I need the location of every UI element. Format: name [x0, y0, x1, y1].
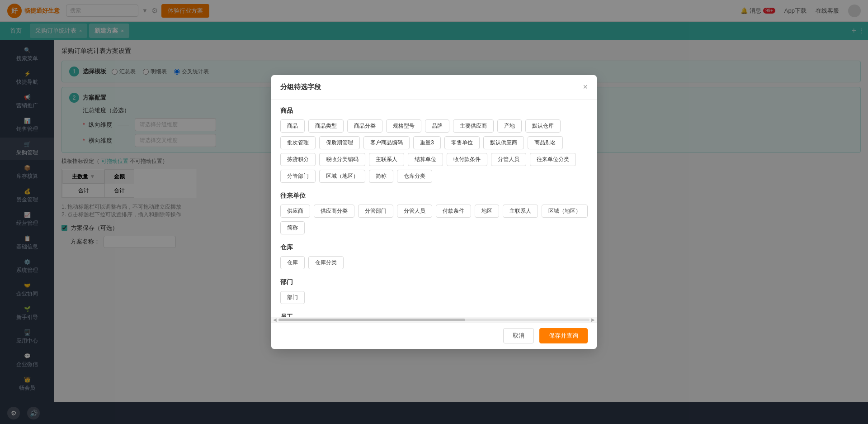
chip-supervisor[interactable]: 分管人员: [491, 153, 526, 166]
group-title-goods: 商品: [280, 107, 588, 115]
chip-pay-condition[interactable]: 付款条件: [436, 205, 471, 218]
chip-main-contact2[interactable]: 主联系人: [503, 205, 538, 218]
chip-region-partner[interactable]: 区域（地区）: [542, 205, 588, 218]
modal-backdrop: 分组待选字段 × 商品 商品 商品类型 商品分类 规格型号 品牌 主要供应商 产…: [0, 0, 868, 424]
modal-hscrollbar[interactable]: ◀ ▶: [271, 317, 597, 322]
modal-body[interactable]: 商品 商品 商品类型 商品分类 规格型号 品牌 主要供应商 产地 默认仓库 批次…: [271, 100, 597, 317]
chip-short-name[interactable]: 简称: [369, 170, 393, 183]
modal-close-button[interactable]: ×: [583, 82, 588, 92]
group-title-warehouse: 仓库: [280, 243, 588, 252]
chip-brand[interactable]: 品牌: [425, 119, 449, 133]
warehouse-chips: 仓库 仓库分类: [280, 256, 588, 269]
cancel-button[interactable]: 取消: [503, 328, 534, 343]
goods-chips: 商品 商品类型 商品分类 规格型号 品牌 主要供应商 产地 默认仓库 批次管理 …: [280, 119, 588, 183]
group-title-partner: 往来单位: [280, 192, 588, 200]
chip-dept[interactable]: 分管部门: [280, 170, 316, 183]
chip-manage-dept[interactable]: 分管部门: [358, 205, 393, 218]
chip-warehouse-category[interactable]: 仓库分类: [397, 170, 432, 183]
chip-retail-unit[interactable]: 零售单位: [444, 136, 480, 149]
chip-department[interactable]: 部门: [280, 291, 305, 304]
chip-short-name2[interactable]: 简称: [280, 221, 305, 234]
chip-origin[interactable]: 产地: [497, 119, 522, 133]
hscroll-left-arrow[interactable]: ◀: [273, 317, 277, 322]
modal-header: 分组待选字段 ×: [271, 75, 597, 100]
chip-payment-terms[interactable]: 收付款条件: [447, 153, 487, 166]
chip-customer-code[interactable]: 客户商品编码: [363, 136, 410, 149]
chip-pick-score[interactable]: 拣货积分: [280, 153, 316, 166]
group-title-department: 部门: [280, 278, 588, 286]
field-group-department: 部门 部门: [280, 278, 588, 304]
chip-region-goods[interactable]: 区域（地区）: [319, 170, 365, 183]
chip-manage-person[interactable]: 分管人员: [397, 205, 432, 218]
chip-spec-model[interactable]: 规格型号: [386, 119, 421, 133]
chip-supplier-category[interactable]: 供应商分类: [314, 205, 354, 218]
chip-goods-type[interactable]: 商品类型: [308, 119, 344, 133]
field-group-partner: 往来单位 供应商 供应商分类 分管部门 分管人员 付款条件 地区 主联系人 区域…: [280, 192, 588, 234]
chip-warehouse[interactable]: 仓库: [280, 256, 305, 269]
field-group-goods: 商品 商品 商品类型 商品分类 规格型号 品牌 主要供应商 产地 默认仓库 批次…: [280, 107, 588, 183]
chip-default-supplier[interactable]: 默认供应商: [483, 136, 524, 149]
save-query-button[interactable]: 保存并查询: [539, 328, 588, 343]
chip-weight3[interactable]: 重量3: [413, 136, 441, 149]
chip-district[interactable]: 地区: [475, 205, 499, 218]
chip-expiry-mgmt[interactable]: 保质期管理: [319, 136, 360, 149]
group-title-employee: 员工: [280, 313, 588, 317]
chip-main-supplier[interactable]: 主要供应商: [453, 119, 494, 133]
modal-footer: 取消 保存并查询: [271, 322, 597, 349]
chip-goods-category[interactable]: 商品分类: [347, 119, 382, 133]
chip-supplier[interactable]: 供应商: [280, 205, 310, 218]
hscroll-thumb[interactable]: [278, 319, 465, 321]
chip-warehouse-cat[interactable]: 仓库分类: [308, 256, 344, 269]
hscroll-track[interactable]: [278, 319, 590, 321]
chip-goods[interactable]: 商品: [280, 119, 305, 133]
chip-batch-mgmt[interactable]: 批次管理: [280, 136, 316, 149]
chip-tax-code[interactable]: 税收分类编码: [319, 153, 365, 166]
chip-main-contact[interactable]: 主联系人: [369, 153, 404, 166]
field-group-employee: 员工 业务员: [280, 313, 588, 317]
chip-goods-alias[interactable]: 商品别名: [528, 136, 563, 149]
chip-partner-category[interactable]: 往来单位分类: [530, 153, 576, 166]
hscroll-right-arrow[interactable]: ▶: [591, 317, 595, 322]
chip-settlement-unit[interactable]: 结算单位: [408, 153, 443, 166]
chip-default-warehouse[interactable]: 默认仓库: [525, 119, 561, 133]
modal-title: 分组待选字段: [280, 83, 321, 91]
field-group-warehouse: 仓库 仓库 仓库分类: [280, 243, 588, 269]
partner-chips: 供应商 供应商分类 分管部门 分管人员 付款条件 地区 主联系人 区域（地区） …: [280, 205, 588, 234]
modal: 分组待选字段 × 商品 商品 商品类型 商品分类 规格型号 品牌 主要供应商 产…: [271, 75, 597, 349]
department-chips: 部门: [280, 291, 588, 304]
